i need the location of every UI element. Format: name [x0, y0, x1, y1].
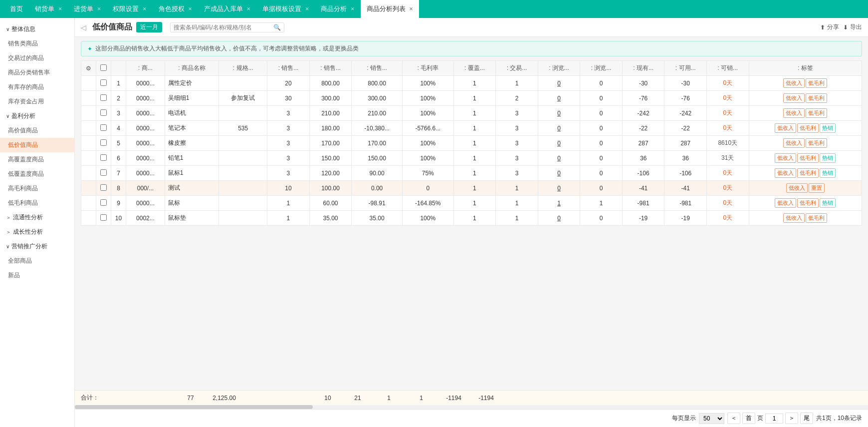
column-available[interactable]: : 可用... — [664, 61, 707, 76]
column-code[interactable]: : 商... — [126, 61, 165, 76]
browse1-value[interactable]: 0 — [557, 80, 561, 87]
sidebar-item-sales-products[interactable]: 销售类商品 — [0, 36, 74, 51]
column-checkbox[interactable] — [96, 61, 111, 76]
share-button[interactable]: ⬆ 分享 — [820, 23, 839, 31]
nav-purchase-order[interactable]: 进货单 × — [68, 0, 107, 18]
cell-browse1[interactable]: 0 — [538, 76, 580, 91]
close-icon[interactable]: × — [143, 5, 147, 12]
last-page-btn[interactable]: 尾 — [800, 413, 813, 424]
close-icon[interactable]: × — [305, 5, 309, 12]
column-settings[interactable]: ⚙ — [81, 61, 96, 76]
row-checkbox[interactable] — [100, 109, 107, 116]
nav-home[interactable]: 首页 — [4, 0, 29, 18]
page-input[interactable] — [765, 414, 783, 424]
scrollbar-thumb[interactable] — [75, 405, 313, 409]
cell-check[interactable] — [96, 106, 111, 121]
sidebar-group-profit[interactable]: ∨ 盈利分析 — [0, 109, 74, 123]
sidebar-item-high-margin[interactable]: 高毛利商品 — [0, 181, 74, 196]
period-button[interactable]: 近一月 — [136, 22, 162, 32]
column-browse2[interactable]: : 浏览... — [580, 61, 623, 76]
nav-permission[interactable]: 权限设置 × — [107, 0, 152, 18]
browse1-value[interactable]: 0 — [557, 110, 561, 117]
sidebar-group-growth[interactable]: ＞ 成长性分析 — [0, 225, 74, 239]
sidebar-collapse-btn[interactable]: ◁ — [81, 23, 86, 31]
cell-browse1[interactable]: 0 — [538, 136, 580, 151]
nav-product-analysis-list[interactable]: 商品分析列表 × — [361, 0, 419, 18]
per-page-select[interactable]: 50 100 200 — [699, 413, 724, 424]
cell-browse1[interactable]: 0 — [538, 166, 580, 181]
cell-browse1[interactable]: 0 — [538, 91, 580, 106]
row-checkbox[interactable] — [100, 139, 107, 146]
sidebar-item-category-rate[interactable]: 商品分类销售率 — [0, 65, 74, 80]
cell-check[interactable] — [96, 166, 111, 181]
sidebar-item-high-coverage[interactable]: 高覆盖度商品 — [0, 152, 74, 167]
column-tags[interactable]: : 标签 — [749, 61, 862, 76]
sidebar-item-low-coverage[interactable]: 低覆盖度商品 — [0, 167, 74, 181]
cell-check[interactable] — [96, 211, 111, 226]
column-current-stock[interactable]: : 现有... — [622, 61, 664, 76]
column-name[interactable]: : 商品名称 — [165, 61, 218, 76]
cell-check[interactable] — [96, 121, 111, 136]
nav-template-settings[interactable]: 单据模板设置 × — [256, 0, 315, 18]
browse1-value[interactable]: 0 — [557, 95, 561, 102]
sidebar-item-stock-products[interactable]: 有库存的商品 — [0, 80, 74, 94]
browse1-value[interactable]: 0 — [557, 185, 561, 192]
cell-check[interactable] — [96, 91, 111, 106]
row-checkbox[interactable] — [100, 199, 107, 206]
row-checkbox[interactable] — [100, 169, 107, 176]
column-transaction[interactable]: : 交易... — [496, 61, 538, 76]
cell-check[interactable] — [96, 76, 111, 91]
column-sellable[interactable]: : 可销... — [706, 61, 749, 76]
browse1-value[interactable]: 0 — [557, 155, 561, 162]
cell-browse1[interactable]: 0 — [538, 106, 580, 121]
row-checkbox[interactable] — [100, 94, 107, 101]
cell-check[interactable] — [96, 181, 111, 196]
row-checkbox[interactable] — [100, 154, 107, 161]
select-all-checkbox[interactable] — [100, 64, 107, 71]
sidebar-item-high-value[interactable]: 高价值商品 — [0, 123, 74, 138]
browse1-value[interactable]: 0 — [557, 170, 561, 177]
cell-browse1[interactable]: 0 — [538, 211, 580, 226]
row-checkbox[interactable] — [100, 184, 107, 191]
sidebar-group-overview[interactable]: ∨ 整体信息 — [0, 22, 74, 36]
column-browse1[interactable]: : 浏览... — [538, 61, 580, 76]
close-icon[interactable]: × — [188, 5, 192, 12]
cell-browse1[interactable]: 0 — [538, 151, 580, 166]
cell-check[interactable] — [96, 136, 111, 151]
first-page-btn[interactable]: ＜ — [727, 413, 740, 424]
cell-browse1[interactable]: 0 — [538, 121, 580, 136]
cell-browse1[interactable]: 1 — [538, 196, 580, 211]
next-page-btn[interactable]: ＞ — [785, 413, 798, 424]
sidebar-item-all-products[interactable]: 全部商品 — [0, 254, 74, 268]
close-icon[interactable]: × — [351, 5, 355, 12]
column-gross-rate[interactable]: : 毛利率 — [402, 61, 453, 76]
nav-sales-order[interactable]: 销货单 × — [29, 0, 68, 18]
close-icon[interactable]: × — [97, 5, 101, 12]
sidebar-group-marketing[interactable]: ∨ 营销推广分析 — [0, 239, 74, 254]
close-icon[interactable]: × — [247, 5, 251, 12]
row-checkbox[interactable] — [100, 214, 107, 221]
row-checkbox[interactable] — [100, 124, 107, 131]
cell-check[interactable] — [96, 151, 111, 166]
sidebar-group-circulation[interactable]: ＞ 流通性分析 — [0, 210, 74, 225]
column-sales-amt[interactable]: : 销售... — [309, 61, 352, 76]
browse1-value[interactable]: 1 — [557, 200, 561, 207]
sidebar-item-stock-capital[interactable]: 库存资金占用 — [0, 94, 74, 109]
sidebar-item-low-value[interactable]: 低价值商品 — [0, 138, 74, 152]
row-checkbox[interactable] — [100, 79, 107, 86]
browse1-value[interactable]: 0 — [557, 140, 561, 147]
sidebar-item-new-products[interactable]: 新品 — [0, 268, 74, 283]
sidebar-item-traded-products[interactable]: 交易过的商品 — [0, 51, 74, 65]
browse1-value[interactable]: 0 — [557, 215, 561, 222]
nav-product-inbound[interactable]: 产成品入库单 × — [198, 0, 256, 18]
column-sales-x[interactable]: : 销售... — [352, 61, 403, 76]
nav-product-analysis[interactable]: 商品分析 × — [315, 0, 360, 18]
horizontal-scrollbar[interactable] — [75, 405, 868, 409]
search-input[interactable] — [174, 24, 273, 31]
close-icon[interactable]: × — [409, 5, 413, 12]
cell-browse1[interactable]: 0 — [538, 181, 580, 196]
column-spec[interactable]: : 规格... — [219, 61, 267, 76]
column-coverage[interactable]: : 覆盖... — [453, 61, 496, 76]
sidebar-item-low-margin[interactable]: 低毛利商品 — [0, 196, 74, 210]
search-icon[interactable]: 🔍 — [273, 24, 281, 31]
